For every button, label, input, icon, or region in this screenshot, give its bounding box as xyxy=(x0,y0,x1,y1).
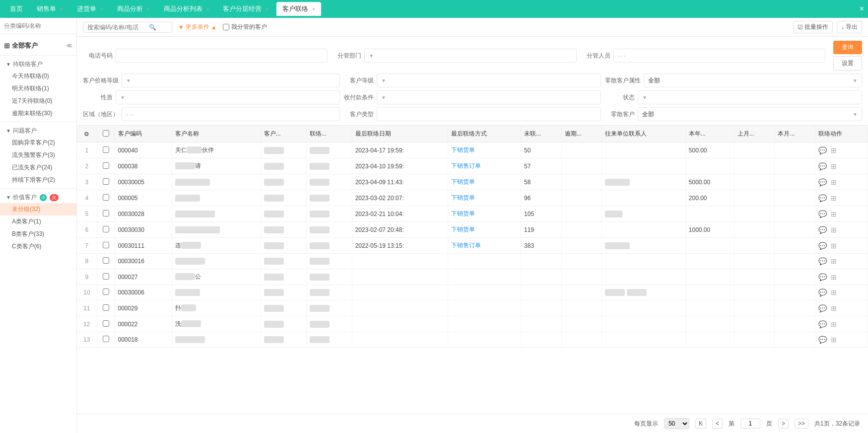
row-checkbox[interactable] xyxy=(97,316,115,332)
message-icon[interactable]: 💬 xyxy=(818,257,827,265)
customer-level-input[interactable]: ▼ xyxy=(377,73,601,87)
th-this-year[interactable]: 本年... xyxy=(685,126,734,143)
nav-tab-purchase[interactable]: 进货单 × xyxy=(71,2,109,16)
nav-tab-customer-stratify[interactable]: 客户分层经营 × xyxy=(217,2,274,16)
main-search-box[interactable]: 🔍 xyxy=(83,22,172,33)
row-checkbox[interactable] xyxy=(97,332,115,348)
main-search-input[interactable] xyxy=(87,24,147,31)
row-checkbox[interactable] xyxy=(97,190,115,206)
message-icon[interactable]: 💬 xyxy=(818,273,827,281)
page-prev-button[interactable]: < xyxy=(712,419,723,429)
sidebar-item-churn-warning[interactable]: 流失预警客户(3) xyxy=(0,149,76,161)
sidebar-item-class-a[interactable]: A类客户(1) xyxy=(0,216,76,228)
row-checkbox[interactable] xyxy=(97,285,115,300)
row-checkbox[interactable] xyxy=(97,222,115,238)
reset-button[interactable]: 设置 xyxy=(833,56,862,71)
th-contact[interactable]: 联络... xyxy=(306,126,352,143)
th-unit-contact[interactable]: 往来单位联系人 xyxy=(602,126,685,143)
sidebar-all-customers[interactable]: ⊞ 全部客户 ≪ xyxy=(0,38,76,53)
message-icon[interactable]: 💬 xyxy=(818,210,827,218)
sidebar-section-value[interactable]: ▼ 价值客户 ↺ 火 xyxy=(0,191,76,203)
message-icon[interactable]: 💬 xyxy=(818,289,827,296)
status-input[interactable]: ▼ xyxy=(638,90,862,104)
sidebar-item-class-b[interactable]: B类客户(33) xyxy=(0,228,76,240)
row-checkbox[interactable] xyxy=(97,269,115,285)
select-all-checkbox[interactable] xyxy=(103,130,109,137)
th-checkbox[interactable] xyxy=(97,126,115,143)
category-search-input[interactable] xyxy=(4,22,77,29)
collapse-icon[interactable]: ≪ xyxy=(66,42,72,49)
batch-ops-button[interactable]: ☑ 批量操作 xyxy=(793,21,833,33)
grid-action-icon[interactable]: ⊞ xyxy=(831,226,837,234)
grid-action-icon[interactable]: ⊞ xyxy=(831,194,837,202)
sidebar-item-ungrouped[interactable]: 未分组(32) xyxy=(0,203,76,216)
th-last-date[interactable]: 最后联络日期 xyxy=(352,126,448,143)
close-icon[interactable]: × xyxy=(206,6,209,12)
sidebar-item-abnormal[interactable]: 固购异常客户(2) xyxy=(0,137,76,149)
person-input[interactable]: ··· xyxy=(613,49,825,63)
page-next-button[interactable]: > xyxy=(778,419,789,429)
sidebar-item-today-pending[interactable]: 今天待联络(0) xyxy=(0,70,76,82)
customer-type-input[interactable] xyxy=(377,107,601,121)
export-button[interactable]: ↓ 导出 xyxy=(837,21,862,33)
contact-method-link[interactable]: 下销售订单 xyxy=(451,162,481,169)
th-settings[interactable]: ⚙ xyxy=(77,126,97,143)
page-last-button[interactable]: >> xyxy=(795,419,808,429)
th-code[interactable]: 客户编码 xyxy=(115,126,172,143)
phone-input[interactable] xyxy=(116,49,328,63)
message-icon[interactable]: 💬 xyxy=(818,162,827,170)
sidebar-item-declining[interactable]: 持续下滑客户(2) xyxy=(0,174,76,186)
grid-action-icon[interactable]: ⊞ xyxy=(831,146,837,154)
nav-tab-product-analysis-list[interactable]: 商品分析列表 × xyxy=(158,2,215,16)
sidebar-item-week-pending[interactable]: 近7天待联络(0) xyxy=(0,95,76,107)
query-button[interactable]: 查询 xyxy=(833,41,862,54)
grid-action-icon[interactable]: ⊞ xyxy=(831,273,837,281)
close-icon[interactable]: × xyxy=(312,6,315,12)
grid-action-icon[interactable]: ⊞ xyxy=(831,289,837,296)
sidebar-item-class-c[interactable]: C类客户(6) xyxy=(0,240,76,253)
nav-tab-sales[interactable]: 销售单 × xyxy=(31,2,69,16)
sidebar-item-churned[interactable]: 已流失客户(24) xyxy=(0,161,76,174)
close-icon[interactable]: × xyxy=(100,6,103,12)
region-input[interactable]: ··· xyxy=(122,107,340,121)
grid-action-icon[interactable]: ⊞ xyxy=(831,304,837,312)
nav-home[interactable]: 首页 xyxy=(4,2,29,16)
message-icon[interactable]: 💬 xyxy=(818,320,827,328)
message-icon[interactable]: 💬 xyxy=(818,178,827,186)
row-checkbox[interactable] xyxy=(97,174,115,190)
page-input[interactable] xyxy=(740,419,760,429)
contact-method-link[interactable]: 下销货单 xyxy=(451,210,475,217)
nature-input[interactable]: ▼ xyxy=(116,90,340,104)
th-not-contact[interactable]: 未联... xyxy=(521,126,562,143)
contact-method-link[interactable]: 下销货单 xyxy=(451,146,475,153)
page-first-button[interactable]: K xyxy=(695,419,706,429)
grid-action-icon[interactable]: ⊞ xyxy=(831,257,837,265)
message-icon[interactable]: 💬 xyxy=(818,194,827,202)
th-last-month[interactable]: 上月... xyxy=(734,126,775,143)
my-customers-checkbox[interactable] xyxy=(223,24,229,30)
close-icon[interactable]: × xyxy=(60,6,63,12)
message-icon[interactable]: 💬 xyxy=(818,242,827,250)
row-checkbox[interactable] xyxy=(97,238,115,254)
price-level-input[interactable]: ▼ xyxy=(122,73,340,87)
retail-customer-input[interactable]: 全部 ▼ xyxy=(638,107,862,121)
retail-attr-input[interactable]: 全部 ▼ xyxy=(644,73,862,87)
grid-action-icon[interactable]: ⊞ xyxy=(831,162,837,170)
message-icon[interactable]: 💬 xyxy=(818,304,827,312)
close-icon[interactable]: × xyxy=(147,6,150,12)
dept-input[interactable]: ▼ xyxy=(364,49,576,63)
search-icon[interactable]: 🔍 xyxy=(149,24,156,31)
my-customers-checkbox-container[interactable]: 我分管的客户 xyxy=(223,23,267,31)
row-checkbox[interactable] xyxy=(97,206,115,222)
sidebar-search-box[interactable]: 🔍 xyxy=(0,18,76,34)
grid-action-icon[interactable]: ⊞ xyxy=(831,320,837,328)
sidebar-item-tomorrow-pending[interactable]: 明天待联络(1) xyxy=(0,82,76,95)
th-customer-type[interactable]: 客户... xyxy=(261,126,306,143)
row-checkbox[interactable] xyxy=(97,158,115,174)
sidebar-section-pending[interactable]: ▼ 待联络客户 xyxy=(0,58,76,70)
sidebar-item-overdue-contact[interactable]: 逾期未联络(30) xyxy=(0,107,76,120)
grid-action-icon[interactable]: ⊞ xyxy=(831,336,837,344)
sidebar-section-problem[interactable]: ▼ 问题客户 xyxy=(0,124,76,137)
contact-method-link[interactable]: 下销售订单 xyxy=(451,242,481,249)
grid-action-icon[interactable]: ⊞ xyxy=(831,210,837,218)
